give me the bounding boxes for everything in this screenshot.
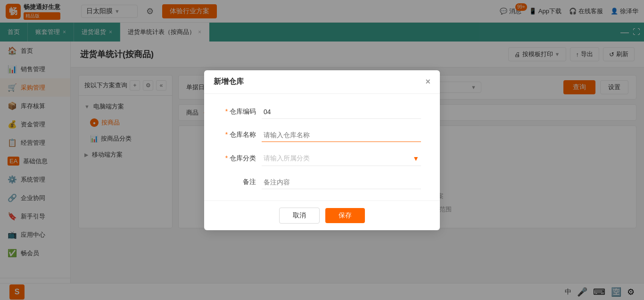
code-input[interactable] [262,105,421,119]
category-label: 仓库分类 [223,154,256,163]
note-input[interactable] [262,175,421,189]
category-select[interactable]: 请输入所属分类 ▼ [262,151,421,166]
save-button[interactable]: 保存 [325,208,365,223]
modal-overlay: 新增仓库 × 仓库编码 仓库名称 仓库分类 请输入所属分类 ▼ [0,0,644,300]
name-input[interactable] [262,128,421,142]
modal-header: 新增仓库 × [204,70,440,94]
form-row-code: 仓库编码 [223,105,421,119]
add-warehouse-modal: 新增仓库 × 仓库编码 仓库名称 仓库分类 请输入所属分类 ▼ [204,70,440,230]
cancel-button[interactable]: 取消 [279,208,320,224]
modal-footer: 取消 保存 [204,200,440,230]
modal-close-button[interactable]: × [425,77,430,87]
form-row-name: 仓库名称 [223,128,421,142]
category-placeholder: 请输入所属分类 [264,154,310,163]
category-chevron-icon: ▼ [413,155,419,162]
modal-body: 仓库编码 仓库名称 仓库分类 请输入所属分类 ▼ 备注 [204,94,440,200]
form-row-category: 仓库分类 请输入所属分类 ▼ [223,151,421,166]
modal-title: 新增仓库 [214,77,244,87]
note-label: 备注 [223,178,256,186]
form-row-note: 备注 [223,175,421,189]
name-label: 仓库名称 [223,131,256,139]
code-label: 仓库编码 [223,108,256,116]
